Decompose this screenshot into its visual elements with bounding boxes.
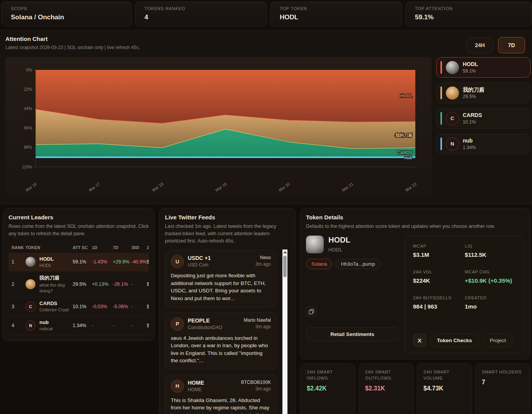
leaders-table-row[interactable]: 2 我的刀盾 what the dog doing? 29.5% +0.13% … xyxy=(8,271,149,297)
col-24h-vol: 24H VOL xyxy=(147,245,149,250)
top-stat-card: SCOPE Solana / Onchain xyxy=(1,2,132,26)
copy-address-button[interactable] xyxy=(306,306,317,317)
token-avatar xyxy=(446,61,459,74)
leaders-table: RANK TOKEN ATT SC 1D 7D 30D 24H VOL 1 HO… xyxy=(8,243,149,336)
token-stat-label: MCAP xyxy=(413,244,465,248)
svg-text:44%: 44% xyxy=(24,106,32,111)
token-badge[interactable]: Hh3oTa...pump xyxy=(335,259,380,269)
tweet-timestamp: 3m ago xyxy=(244,324,271,329)
legend-token-card[interactable]: 我的刀盾 29.5% xyxy=(436,83,530,103)
col-token: TOKEN xyxy=(25,245,73,250)
svg-text:Mar 19: Mar 19 xyxy=(214,182,228,193)
token-avatar xyxy=(446,87,459,100)
smart-stat-label: 24H SMART INFLOWS xyxy=(307,369,349,382)
leaders-table-header: RANK TOKEN ATT SC 1D 7D 30D 24H VOL xyxy=(8,243,149,253)
svg-text:110%: 110% xyxy=(22,165,32,169)
token-stat-label: LIQ xyxy=(465,244,517,248)
svg-text:0%: 0% xyxy=(26,68,32,72)
tweet-token-name: HOME xyxy=(188,380,204,386)
legend-token-value: 29.5% xyxy=(463,94,484,99)
token-checks-button[interactable]: Token Checks xyxy=(430,334,479,347)
svg-text:HODL: HODL xyxy=(400,93,412,98)
smart-stat-card: 24H SMART OUTFLOWS $2.31K xyxy=(359,363,414,414)
row-24h-volume: $556.9K xyxy=(147,282,149,287)
leaders-table-row[interactable]: 1 HODL HODL 59.1% -1.43% +29.9% -40.9% $… xyxy=(8,253,149,272)
top-stat-card: TOKENS RANKED 4 xyxy=(135,2,267,26)
row-token-name: 我的刀盾 xyxy=(39,275,73,282)
row-30d-change: -40.9% xyxy=(131,259,147,265)
leaders-table-row[interactable]: 4 N nub nubcat 1.34% - - - $25.2K xyxy=(8,316,149,335)
tweet-author: Mario Nawfal xyxy=(244,317,271,323)
scrollbar-thumb[interactable] xyxy=(283,256,287,277)
tweet-text: Depositing just got more flexible with a… xyxy=(171,272,271,302)
svg-text:Mar 21: Mar 21 xyxy=(341,182,354,193)
token-stat: CREATED 1mo xyxy=(465,295,517,310)
token-stat: LIQ $112.5K xyxy=(465,244,517,258)
token-stat: MCAP CHG +$10.9K (+0.35%) xyxy=(465,270,517,284)
leaders-table-body: 1 HODL HODL 59.1% -1.43% +29.9% -40.9% $… xyxy=(8,253,149,336)
range-button[interactable]: 7D xyxy=(498,37,525,53)
legend-token-card[interactable]: HODL 59.1% xyxy=(436,57,530,78)
scrollbar-up-arrow-icon[interactable] xyxy=(283,251,287,253)
smart-stat-card: SMART HOLDERS 7 xyxy=(475,363,530,414)
legend-token-card[interactable]: C CARDS 10.1% xyxy=(436,108,530,129)
row-rank: 3 xyxy=(12,304,25,309)
token-badge[interactable]: Solana xyxy=(306,259,332,269)
leaders-table-row[interactable]: 3 C CARDS Collector Crypt 10.1% -0.03% -… xyxy=(8,297,149,316)
chart-legend: HODL 59.1% 我的刀盾 29.5% C CARDS 10.1% N nu… xyxy=(436,57,530,198)
project-button[interactable]: Project xyxy=(483,334,513,347)
svg-text:Mar 16: Mar 16 xyxy=(24,182,37,193)
row-rank: 4 xyxy=(12,323,25,328)
legend-token-name: HODL xyxy=(463,61,478,68)
retail-sentiments-button[interactable]: Retail Sentiments xyxy=(306,327,399,341)
token-stat-value: 1mo xyxy=(465,303,517,310)
row-rank: 2 xyxy=(12,282,25,287)
svg-text:CARDS: CARDS xyxy=(397,150,412,155)
token-avatar xyxy=(25,279,36,289)
tweet-token-name: USDC +1 xyxy=(188,255,211,261)
token-stats-grid: MCAP $3.1M LIQ $112.5K 24H VOL $224K MCA… xyxy=(413,244,517,310)
row-att-score: 59.1% xyxy=(73,259,92,265)
tweet-author: Nexo xyxy=(255,255,271,260)
top-stat-card: TOP TOKEN HODL xyxy=(270,2,402,26)
legend-token-value: 1.34% xyxy=(463,145,476,150)
row-token-name: nub xyxy=(39,319,53,325)
row-30d-change: - xyxy=(131,282,147,287)
token-name: HODL xyxy=(328,236,350,244)
current-leaders-title: Current Leaders xyxy=(8,214,149,221)
row-24h-volume: $190.2K xyxy=(147,304,149,309)
row-24h-volume: $171.3K xyxy=(147,259,149,265)
token-stat-value: $224K xyxy=(413,277,465,284)
tweet-token-subtitle: ConstitutionDAO xyxy=(188,325,222,330)
smart-stat-value: $2.42K xyxy=(307,385,349,392)
row-1d-change: -1.43% xyxy=(92,259,113,265)
x-twitter-button[interactable]: X xyxy=(413,334,426,347)
token-stat-label: MCAP CHG xyxy=(465,270,517,274)
col-7d: 7D xyxy=(113,245,131,250)
legend-color-bar xyxy=(440,87,442,99)
copy-icon xyxy=(309,309,314,314)
twitter-feeds-title: Live Twitter Feeds xyxy=(165,214,290,221)
current-leaders-subtitle: Rows come from the latest SOL onchain at… xyxy=(8,223,149,238)
token-avatar: C xyxy=(446,112,459,125)
tweet-token-avatar: H xyxy=(171,380,184,393)
token-details-column: Token Details Defaults to the highest at… xyxy=(300,208,530,414)
tweet-card[interactable]: U USDC +1 USD Coin Nexo 3m ago Depositin… xyxy=(165,250,277,307)
row-att-score: 29.5% xyxy=(73,282,92,287)
tweet-card[interactable]: P PEOPLE ConstitutionDAO Mario Nawfal 3m… xyxy=(165,312,277,370)
row-token-name: HODL xyxy=(39,256,54,262)
current-leaders-panel: Current Leaders Rows come from the lates… xyxy=(3,208,155,341)
token-details-panel: Token Details Defaults to the highest at… xyxy=(300,208,530,360)
tweet-card[interactable]: H HOME HOME BTCBOB100K 3m ago This is Sh… xyxy=(165,375,277,414)
top-stats-bar: SCOPE Solana / Onchain TOKENS RANKED 4 T… xyxy=(0,0,532,26)
legend-token-card[interactable]: N nub 1.34% xyxy=(436,134,530,154)
tweets-scrollbar[interactable] xyxy=(282,249,287,414)
row-token-subtitle: HODL xyxy=(39,263,54,268)
smart-stats-row: 24H SMART INFLOWS $2.42K 24H SMART OUTFL… xyxy=(300,363,530,414)
token-stat-label: 24H BUYS|SELLS xyxy=(413,295,465,300)
col-1d: 1D xyxy=(92,245,113,250)
range-button[interactable]: 24H xyxy=(466,37,493,53)
tweet-timestamp: 3m ago xyxy=(241,386,271,392)
token-details-subtitle: Defaults to the highest attention score … xyxy=(306,223,525,230)
row-7d-change: - xyxy=(113,323,131,328)
